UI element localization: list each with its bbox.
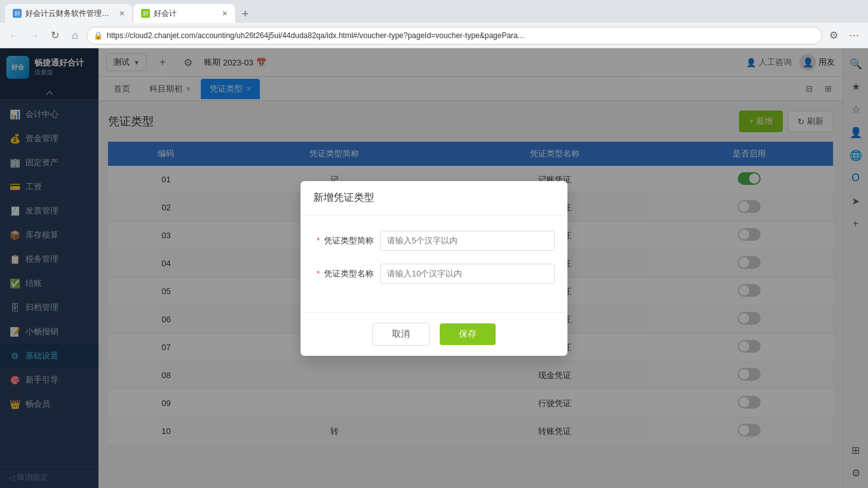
new-tab-button[interactable]: +: [236, 5, 254, 23]
add-voucher-modal: 新增凭证类型 * 凭证类型简称 * 凭证类型名称 取消 保存: [301, 181, 567, 356]
lock-icon: 🔒: [93, 31, 103, 40]
tab-title-2: 好会计: [154, 8, 219, 19]
short-name-input[interactable]: [380, 231, 555, 251]
short-name-row: * 凭证类型简称: [313, 231, 555, 251]
save-button[interactable]: 保存: [440, 323, 496, 345]
browser-nav: ← → ↻ ⌂ 🔒 https://cloud2.chanjet.com/acc…: [0, 23, 868, 48]
url-text: https://cloud2.chanjet.com/accounting/uh…: [107, 31, 815, 40]
modal-overlay: 新增凭证类型 * 凭证类型简称 * 凭证类型名称 取消 保存: [0, 48, 868, 488]
menu-button[interactable]: ⋯: [845, 27, 863, 44]
back-button[interactable]: ←: [5, 27, 23, 44]
home-button[interactable]: ⌂: [66, 27, 84, 44]
full-name-label-text: 凭证类型名称: [324, 269, 374, 278]
modal-footer: 取消 保存: [301, 312, 567, 356]
browser-tab-1[interactable]: 好 好会计云财务软件管理系统_会计 ×: [5, 4, 132, 23]
reload-button[interactable]: ↻: [46, 27, 64, 44]
required-mark-1: *: [316, 236, 320, 245]
required-mark-2: *: [316, 269, 320, 278]
browser-tabs: 好 好会计云财务软件管理系统_会计 × 好 好会计 × +: [0, 0, 868, 23]
short-name-label: * 凭证类型简称: [313, 235, 374, 247]
short-name-label-text: 凭证类型简称: [324, 236, 374, 245]
modal-body: * 凭证类型简称 * 凭证类型名称: [301, 215, 567, 312]
tab-favicon-2: 好: [141, 9, 150, 18]
tab-close-1[interactable]: ×: [119, 8, 125, 18]
full-name-label: * 凭证类型名称: [313, 268, 374, 280]
extensions-button[interactable]: ⚙: [825, 27, 843, 44]
cancel-button[interactable]: 取消: [372, 323, 430, 346]
tab-title-1: 好会计云财务软件管理系统_会计: [25, 8, 116, 19]
modal-title: 新增凭证类型: [301, 181, 567, 215]
browser-tab-2[interactable]: 好 好会计 ×: [133, 4, 235, 23]
forward-button[interactable]: →: [25, 27, 43, 44]
tab-close-2[interactable]: ×: [222, 8, 227, 18]
full-name-input[interactable]: [380, 264, 555, 284]
tab-favicon-1: 好: [13, 9, 22, 18]
address-bar[interactable]: 🔒 https://cloud2.chanjet.com/accounting/…: [86, 27, 822, 44]
browser-chrome: 好 好会计云财务软件管理系统_会计 × 好 好会计 × + ← → ↻ ⌂ 🔒 …: [0, 0, 868, 48]
full-name-row: * 凭证类型名称: [313, 264, 555, 284]
